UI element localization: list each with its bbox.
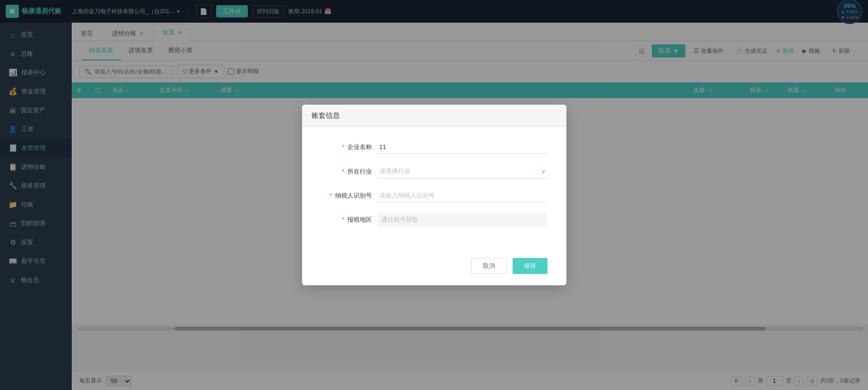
modal-footer: 取消 保存: [302, 250, 566, 285]
tax-region-placeholder: 通过税号获取: [381, 216, 418, 223]
company-name-required: *: [342, 143, 345, 150]
save-button[interactable]: 保存: [513, 258, 548, 274]
tax-id-input[interactable]: [378, 189, 548, 202]
account-info-modal: 账套信息 * 企业名称 * 所在行业 请选择行业 ∨: [302, 105, 566, 285]
industry-chevron-icon: ∨: [541, 167, 546, 175]
company-name-input[interactable]: [378, 141, 548, 154]
tax-region-required: *: [342, 216, 345, 223]
modal-body: * 企业名称 * 所在行业 请选择行业 ∨ *: [302, 127, 566, 250]
tax-region-input: 通过税号获取: [378, 213, 548, 227]
modal-overlay: 账套信息 * 企业名称 * 所在行业 请选择行业 ∨: [0, 0, 868, 390]
company-name-label: * 企业名称: [321, 143, 378, 151]
industry-row: * 所在行业 请选择行业 ∨: [321, 164, 548, 179]
tax-id-label: * 纳税人识别号: [321, 191, 378, 200]
tax-region-row: * 报税地区 通过税号获取: [321, 213, 548, 227]
industry-placeholder: 请选择行业: [379, 167, 541, 175]
modal-header: 账套信息: [302, 105, 566, 127]
company-name-row: * 企业名称: [321, 141, 548, 154]
tax-region-label: * 报税地区: [321, 216, 378, 224]
modal-title: 账套信息: [312, 111, 340, 119]
industry-label: * 所在行业: [321, 167, 378, 176]
cancel-button[interactable]: 取消: [471, 258, 507, 274]
tax-id-required: *: [330, 192, 332, 199]
tax-id-row: * 纳税人识别号: [321, 189, 548, 202]
industry-required: *: [342, 168, 345, 175]
industry-select[interactable]: 请选择行业 ∨: [378, 164, 548, 179]
